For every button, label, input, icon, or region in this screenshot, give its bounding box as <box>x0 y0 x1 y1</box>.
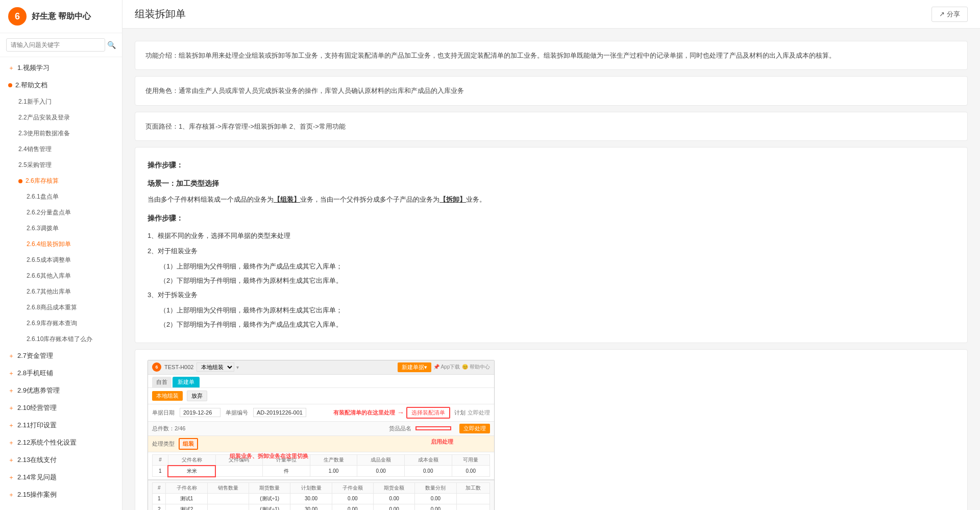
sidebar-item-docs[interactable]: 2.帮助文档 <box>0 77 122 94</box>
ss-select-bom-btn[interactable]: 选择装配清单 <box>406 407 450 419</box>
operation-steps-heading: 操作步骤： <box>148 158 955 172</box>
ss-annotation-middle: 组装业务、拆卸业务在这里切换 <box>230 452 308 460</box>
ss-col-label: 计划 <box>454 409 465 417</box>
ss-date-label: 单据日期 <box>152 409 175 417</box>
search-box: 🔍 <box>0 33 122 57</box>
step1: 1、根据不同的业务，选择不同单据的类型来处理 <box>148 229 955 242</box>
sidebar-item-sales[interactable]: 2.4销售管理 <box>0 141 122 157</box>
logo-bar: 6 好生意 帮助中心 <box>0 0 122 33</box>
ss-td-prod-amt: 0.00 <box>357 466 405 477</box>
ss-th-cost-amt: 可用量 <box>452 454 489 466</box>
sidebar-item-finance[interactable]: ＋ 2.7资金管理 <box>0 347 122 365</box>
expand-icon-mobile: ＋ <box>8 369 14 378</box>
sidebar-item-install[interactable]: 2.2产品安装及登录 <box>0 110 122 126</box>
expand-icon-faq: ＋ <box>8 473 14 482</box>
steps-title: 操作步骤： <box>148 211 955 225</box>
ss-app-icon: 6 <box>152 362 161 372</box>
share-button[interactable]: ↗ 分享 <box>932 7 968 22</box>
ss-td-father-code <box>215 466 263 477</box>
ss-btd-ca2: 0.00 <box>332 504 373 510</box>
sidebar-item-stock-split[interactable]: 2.6.2分量盘点单 <box>0 205 122 221</box>
ss-td-num: 1 <box>153 466 168 477</box>
step3-sub1: （1）上部明细为父件明细，最终作为原材料生成其它出库单； <box>160 304 955 317</box>
ss-td-prod-qty: 1.00 <box>310 466 357 477</box>
expand-icon-cases: ＋ <box>8 491 14 499</box>
expand-icon: ＋ <box>8 64 14 72</box>
scene-desc: 当由多个子件材料组装成一个成品的业务为【组装】业务，当由一个父件拆分成多个子产品… <box>148 193 955 205</box>
ss-btd-fq2: (测试÷1) <box>249 504 290 510</box>
search-button[interactable]: 🔍 <box>107 41 116 49</box>
sidebar-item-video[interactable]: ＋ 1.视频学习 <box>0 59 122 77</box>
sidebar-item-payment[interactable]: ＋ 2.13在线支付 <box>0 451 122 469</box>
table-row: 1 米米 件 1.00 0.00 0.00 0.00 <box>153 466 490 477</box>
ss-td-unit: 件 <box>263 466 310 477</box>
ss-tab-list[interactable]: 自首 <box>152 377 172 387</box>
sidebar-item-cost-adjust[interactable]: 2.6.5成本调整单 <box>0 252 122 268</box>
ss-row-qty: 立即处理 <box>468 409 490 417</box>
sidebar-item-allocation[interactable]: 2.6.3调拨单 <box>0 221 122 236</box>
sidebar-item-print[interactable]: ＋ 2.11打印设置 <box>0 417 122 434</box>
ss-annotation-right: 启用处理 <box>431 438 453 446</box>
ss-bottom-table-header: # 子件名称 销售数量 期货数量 计划数量 子件金额 期货金额 数量分别 加工数 <box>153 482 490 493</box>
ss-btd-fa1: 0.00 <box>373 493 414 504</box>
ss-bth-child-name: 子件名称 <box>166 482 207 493</box>
expand-icon-operation: ＋ <box>8 404 14 412</box>
sidebar-item-assembly[interactable]: 2.6.4组装拆卸单 <box>0 236 122 252</box>
ss-discard-btn[interactable]: 放弃 <box>187 391 207 401</box>
ss-bth-child-amt: 子件金额 <box>332 482 373 493</box>
sidebar-item-personal[interactable]: ＋ 2.12系统个性化设置 <box>0 434 122 451</box>
table-row: 1 测试1 (测试÷1) 30.00 0.00 0.00 0.00 <box>153 493 490 504</box>
ss-titlebar: 6 TEST-H002 本地组装 ▾ 新建单据▾ 📌 App下载 😊 帮助中心 <box>148 360 494 375</box>
sidebar-item-purchase[interactable]: 2.5采购管理 <box>0 157 122 173</box>
ss-new-doc-btn[interactable]: 新建单据▾ <box>398 362 431 372</box>
share-icon: ↗ <box>939 10 945 18</box>
sidebar-item-stock-check[interactable]: 2.6.1盘点单 <box>0 189 122 205</box>
sidebar-item-cost-recalc[interactable]: 2.6.8商品成本重算 <box>0 300 122 315</box>
ss-qty-label: 总件数：2/46 <box>152 425 185 432</box>
screenshot-section: 6 TEST-H002 本地组装 ▾ 新建单据▾ 📌 App下载 😊 帮助中心 <box>135 349 968 510</box>
ss-btd-sq1 <box>207 493 249 504</box>
ss-th-prod-qty: 成品金额 <box>357 454 405 466</box>
ss-bth-sales-qty: 销售数量 <box>207 482 249 493</box>
expand-icon-payment: ＋ <box>8 456 14 465</box>
sidebar-item-faq[interactable]: ＋ 2.14常见问题 <box>0 469 122 486</box>
sidebar-item-other-in[interactable]: 2.6.6其他入库单 <box>0 268 122 284</box>
ss-product-field[interactable] <box>415 426 451 430</box>
ss-btd-pq2: 30.00 <box>290 504 332 510</box>
ss-process-btn[interactable]: 立即处理 <box>459 424 490 433</box>
ss-bth-num: # <box>153 482 166 493</box>
ss-bottom-table-container: # 子件名称 销售数量 期货数量 计划数量 子件金额 期货金额 数量分别 加工数 <box>148 479 494 510</box>
ss-type-select[interactable]: 组装 <box>179 438 198 450</box>
sidebar-item-other-out[interactable]: 2.6.7其他出库单 <box>0 284 122 300</box>
ss-btd-proc2 <box>456 504 489 510</box>
step2-sub2: （2）下部明细为子件明细，最终作为原材料生成其它出库单。 <box>160 274 955 287</box>
ss-top-table-header: # 父件名称 父件编码 计量单位 生产数量 成品金额 成本金额 可用量 <box>153 454 490 466</box>
ss-btd-ca1: 0.00 <box>332 493 373 504</box>
active-icon <box>18 179 22 183</box>
screenshot-image: 6 TEST-H002 本地组装 ▾ 新建单据▾ 📌 App下载 😊 帮助中心 <box>148 360 495 510</box>
ss-tab-new[interactable]: 新建单 <box>173 377 200 387</box>
expand-icon-personal: ＋ <box>8 439 14 447</box>
sidebar-item-cases[interactable]: ＋ 2.15操作案例 <box>0 486 122 503</box>
sidebar-item-stock-error[interactable]: 2.6.10库存账本错了么办 <box>0 331 122 347</box>
sidebar-item-stock-query[interactable]: 2.6.9库存账本查询 <box>0 315 122 331</box>
expand-icon-coupon: ＋ <box>8 386 14 395</box>
ss-btd-qd2: 0.00 <box>415 504 456 510</box>
ss-save-btn[interactable]: 本地组装 <box>152 391 183 401</box>
step3: 3、对于拆装业务 <box>148 288 955 302</box>
ss-annotation-bom: 有装配清单的在这里处理 → 选择装配清单 计划 立即处理 <box>333 407 490 419</box>
sidebar-item-inventory[interactable]: 2.6库存核算 <box>0 173 122 189</box>
nav-section: ＋ 1.视频学习 2.帮助文档 2.1新手入门 2.2产品安装及登录 2.3使用… <box>0 57 122 505</box>
sidebar-item-beginner[interactable]: 2.1新手入门 <box>0 94 122 110</box>
page-title: 组装拆卸单 <box>135 7 186 21</box>
sidebar-item-coupon[interactable]: ＋ 2.9优惠券管理 <box>0 382 122 399</box>
search-input[interactable] <box>6 38 105 52</box>
ss-btd-pq1: 30.00 <box>290 493 332 504</box>
ss-btd-name2: 测试2 <box>166 504 207 510</box>
ss-sub-header: 总件数：2/46 货品品名 立即处理 <box>148 422 494 436</box>
sidebar-item-operation[interactable]: ＋ 2.10经营管理 <box>0 399 122 417</box>
sidebar-item-mobile[interactable]: ＋ 2.8手机旺铺 <box>0 365 122 382</box>
scene-title: 场景一：加工类型选择 <box>148 176 955 190</box>
sidebar-item-data-prep[interactable]: 2.3使用前数据准备 <box>0 126 122 141</box>
ss-doc-type-select[interactable]: 本地组装 <box>197 362 234 372</box>
